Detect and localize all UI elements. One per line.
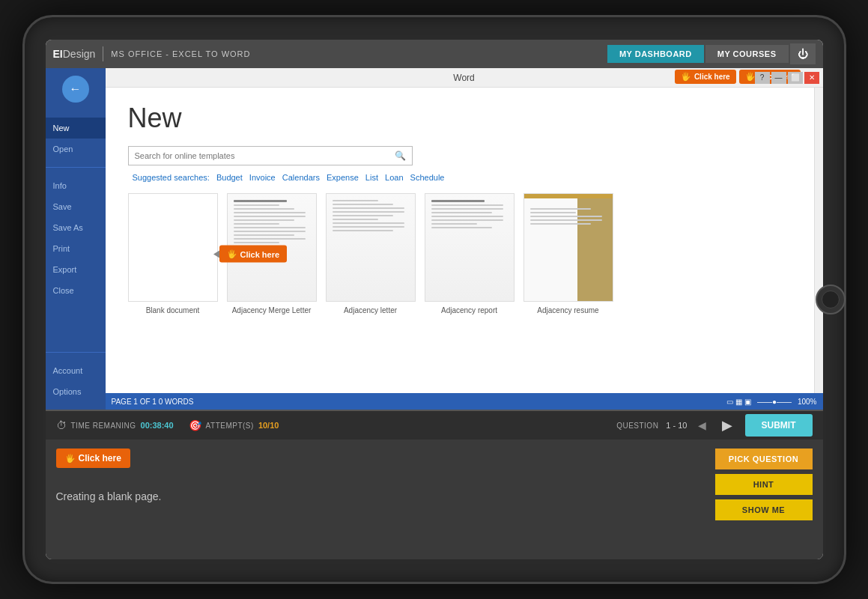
- logo-design: Design: [63, 48, 96, 60]
- doc-accent: [524, 194, 613, 198]
- word-application: Word 🖐 Click here 🖐 Click here ?: [106, 68, 823, 410]
- template-report[interactable]: Adjacency report: [425, 193, 515, 314]
- my-courses-btn[interactable]: MY COURSES: [705, 45, 789, 63]
- sidebar-item-saveas[interactable]: Save As: [46, 217, 106, 238]
- submit-btn[interactable]: SUBMIT: [745, 414, 813, 437]
- doc-lines: [228, 194, 316, 252]
- word-title: Word: [453, 73, 474, 83]
- sidebar-item-export[interactable]: Export: [46, 259, 106, 280]
- zoom-slider[interactable]: ——●——: [757, 398, 792, 406]
- search-input[interactable]: [129, 148, 389, 164]
- home-button[interactable]: [816, 285, 846, 314]
- word-scrollbar[interactable]: [814, 88, 823, 393]
- quiz-timer: ⏱ TIME REMANING 00:38:40: [56, 419, 174, 431]
- dl-3: [333, 207, 405, 209]
- dr-4: [431, 212, 493, 213]
- doc-line-1: [234, 200, 287, 202]
- template-resume-name: Adjacency resume: [537, 306, 598, 314]
- home-btn-inner: [822, 291, 840, 308]
- sidebar-item-info[interactable]: Info: [46, 175, 106, 196]
- timer-label: TIME REMANING: [71, 422, 136, 430]
- word-titlebar: Word 🖐 Click here 🖐 Click here ?: [106, 68, 823, 88]
- top-navigation: EIDesign MS OFFICE - EXCEL TO WORD MY DA…: [46, 40, 823, 68]
- my-dashboard-btn[interactable]: MY DASHBOARD: [607, 45, 704, 63]
- suggestion-invoice[interactable]: Invoice: [249, 173, 276, 182]
- template-blank-name: Blank document: [146, 306, 200, 314]
- logo: EIDesign: [53, 48, 96, 60]
- status-left: PAGE 1 OF 1 0 WORDS: [112, 398, 194, 406]
- doc-line-11: [234, 238, 306, 240]
- doc-line-4: [234, 212, 306, 213]
- template-letter-preview: [326, 193, 416, 302]
- window-controls: ? — ⬜ ✕: [755, 72, 819, 84]
- sidebar-item-options[interactable]: Options: [46, 381, 106, 402]
- maximize-btn[interactable]: ⬜: [788, 72, 803, 84]
- dr-8: [431, 227, 493, 228]
- attempts: 🎯 ATTEMPT(S) 10/10: [189, 419, 279, 431]
- word-content: New 🔍 Suggested searches: Budget Invoice…: [106, 88, 814, 393]
- sidebar-item-close[interactable]: Close: [46, 280, 106, 301]
- suggestion-calendars[interactable]: Calendars: [282, 173, 320, 182]
- suggested-label: Suggested searches:: [133, 173, 210, 182]
- prev-question-btn[interactable]: ◀: [695, 418, 709, 433]
- template-merge[interactable]: 🖐 Click here: [227, 193, 317, 314]
- question-label: QUESTION: [616, 422, 658, 430]
- play-btn[interactable]: ▶: [717, 415, 738, 436]
- sidebar-item-open[interactable]: Open: [46, 139, 106, 159]
- power-button[interactable]: ⏻: [790, 43, 816, 64]
- suggestion-budget[interactable]: Budget: [216, 173, 243, 182]
- click-here-template-btn[interactable]: 🖐 Click here: [219, 246, 288, 263]
- doc-line-7: [234, 223, 279, 225]
- dl-6: [333, 219, 378, 220]
- sidebar-item-save[interactable]: Save: [46, 196, 106, 217]
- suggested-searches: Suggested searches: Budget Invoice Calen…: [128, 173, 792, 182]
- search-icon: 🔍: [389, 147, 412, 165]
- close-btn[interactable]: ✕: [804, 72, 819, 84]
- nav-divider: [103, 46, 103, 61]
- help-btn[interactable]: ?: [755, 72, 770, 84]
- timer-value: 00:38:40: [141, 421, 174, 430]
- search-templates[interactable]: 🔍: [128, 146, 413, 165]
- status-right: ▭ ▦ ▣ ——●—— 100%: [726, 398, 816, 406]
- question-range: 1 - 10: [666, 421, 687, 430]
- attempts-label: ATTEMPT(S): [206, 422, 254, 430]
- suggestion-list[interactable]: List: [365, 173, 378, 182]
- pick-question-btn[interactable]: PICK QUESTION: [715, 449, 813, 469]
- sidebar-item-new[interactable]: New: [46, 118, 106, 139]
- suggestion-schedule[interactable]: Schedule: [410, 173, 445, 182]
- sidebar-item-account[interactable]: Account: [46, 360, 106, 381]
- doc-lines-report: [425, 194, 514, 237]
- suggestion-expense[interactable]: Expense: [327, 173, 359, 182]
- dr-3: [431, 208, 504, 210]
- back-button[interactable]: ←: [62, 76, 89, 103]
- dr-2: [431, 204, 504, 206]
- click-here-btn-1[interactable]: 🖐 Click here: [675, 70, 736, 84]
- template-resume-preview: [523, 193, 613, 302]
- show-me-btn[interactable]: SHOW ME: [715, 499, 813, 520]
- sidebar-item-print[interactable]: Print: [46, 238, 106, 259]
- quiz-area: ⏱ TIME REMANING 00:38:40 🎯 ATTEMPT(S) 10…: [46, 410, 823, 559]
- dr-5: [431, 216, 504, 217]
- template-letter[interactable]: Adjacency letter: [326, 193, 416, 314]
- word-statusbar: PAGE 1 OF 1 0 WORDS ▭ ▦ ▣ ——●—— 100%: [106, 393, 823, 410]
- hint-btn[interactable]: HINT: [715, 474, 813, 495]
- template-report-preview: [425, 193, 515, 302]
- dl-9: [333, 230, 394, 231]
- arrow-left-icon: [213, 250, 219, 258]
- doc-line-12: [234, 242, 279, 243]
- click-here-quiz-label: Click here: [79, 453, 121, 463]
- suggestion-loan[interactable]: Loan: [385, 173, 403, 182]
- doc-line-6: [234, 219, 295, 221]
- template-blank[interactable]: Blank document: [128, 193, 218, 314]
- sidebar-bottom: Account Options: [46, 344, 106, 402]
- doc-line-2: [234, 204, 279, 206]
- click-here-quiz-btn[interactable]: 🖐 Click here: [56, 449, 130, 468]
- sidebar-menu: New Open Info Save Save As Print Export …: [46, 118, 106, 301]
- templates-grid: Blank document 🖐 Click here: [128, 193, 792, 314]
- doc-line-8: [234, 227, 306, 228]
- hand-icon-quiz: 🖐: [65, 454, 76, 463]
- minimize-btn[interactable]: —: [771, 72, 786, 84]
- template-resume[interactable]: Adjacency resume: [523, 193, 613, 314]
- dl-8: [333, 226, 405, 228]
- drs-3: [530, 216, 603, 217]
